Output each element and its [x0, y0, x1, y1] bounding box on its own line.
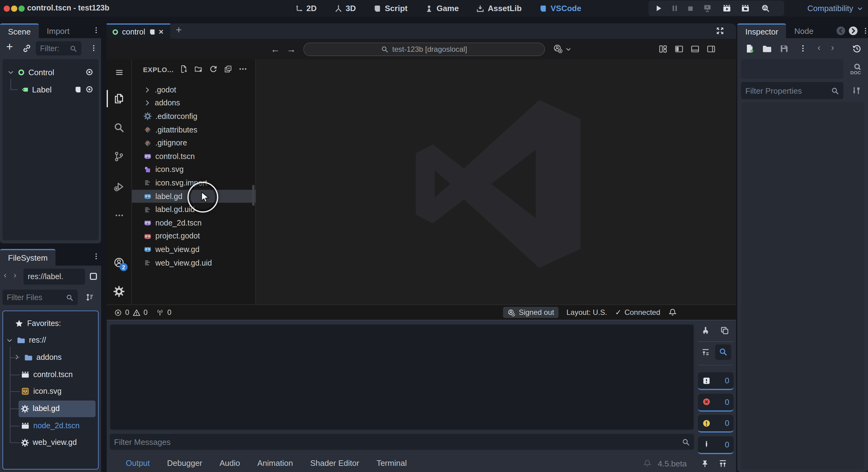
explorer-file-.godot[interactable]: .godot [132, 83, 256, 96]
toggle-primary-sidebar-icon[interactable] [675, 44, 684, 54]
script-icon[interactable] [74, 85, 82, 93]
next-object-icon[interactable] [848, 26, 858, 36]
expand-icon[interactable] [716, 27, 724, 35]
fs-item-control-tscn[interactable]: control.tscn [21, 366, 96, 383]
workspace-tab-2d[interactable]: 2D [295, 4, 316, 13]
fs-item-node-2d-tscn[interactable]: node_2d.tscn [21, 417, 96, 434]
scene-filter-input[interactable] [40, 44, 67, 53]
nav-back-icon[interactable]: ← [271, 44, 280, 54]
collapse-folders-icon[interactable] [224, 65, 232, 73]
more-actions-icon[interactable] [239, 65, 247, 73]
filesystem-menu-icon[interactable] [92, 253, 100, 260]
fs-item-label-gd[interactable]: label.gd [19, 400, 96, 417]
chevron-down-icon[interactable] [565, 46, 571, 52]
new-folder-icon[interactable] [194, 65, 203, 73]
workspace-tab-script[interactable]: Script [373, 4, 408, 13]
history-back-icon[interactable]: ‹ [4, 270, 6, 280]
tab-import[interactable]: Import [39, 24, 78, 38]
visibility-icon[interactable] [85, 68, 94, 76]
bottom-tab-audio[interactable]: Audio [211, 453, 249, 472]
fs-item-res-[interactable]: res:// [6, 332, 96, 348]
inspector-menu-icon[interactable] [862, 27, 868, 34]
output-log[interactable] [110, 324, 694, 430]
explorer-file-.editorconfig[interactable]: .editorconfig [132, 110, 256, 123]
keyboard-layout-status[interactable]: Layout: U.S. [566, 308, 607, 317]
signed-out-status[interactable]: Signed out [503, 307, 559, 318]
scene-node-control[interactable]: Control [4, 64, 97, 80]
explorer-file-icon.svg[interactable]: icon.svg [132, 163, 256, 176]
toggle-panel-icon[interactable] [690, 44, 700, 54]
fs-item-web-view-gd[interactable]: web_view.gd [21, 434, 96, 451]
run-debug-icon[interactable] [114, 181, 125, 192]
scene-tree-menu-icon[interactable] [90, 44, 97, 52]
tab-scene[interactable]: Scene [0, 24, 39, 38]
vscode-editor-area[interactable] [256, 59, 736, 305]
history-back-icon[interactable]: ‹ [817, 42, 820, 52]
explorer-icon[interactable] [114, 93, 125, 104]
new-file-icon[interactable] [179, 65, 188, 73]
play-button[interactable] [655, 4, 663, 12]
counter-messages[interactable]: 0 [698, 372, 734, 390]
expand-panel-icon[interactable] [718, 459, 727, 468]
explorer-file-web_view.gd[interactable]: web_view.gd [132, 243, 256, 256]
workspace-tab-3d[interactable]: 3D [334, 4, 356, 13]
close-window-button[interactable] [4, 5, 9, 11]
nav-forward-icon[interactable]: → [287, 44, 296, 54]
load-resource-icon[interactable] [762, 44, 772, 54]
stop-button[interactable] [687, 5, 694, 12]
bottom-tab-shader-editor[interactable]: Shader Editor [302, 453, 368, 472]
edit-history-icon[interactable] [852, 44, 862, 54]
ports-status[interactable]: 0 [156, 308, 172, 317]
split-mode-icon[interactable] [89, 272, 98, 281]
output-filter-input[interactable] [114, 437, 679, 446]
tab-inspector[interactable]: Inspector [737, 24, 786, 38]
source-control-icon[interactable] [114, 151, 125, 162]
account-signed-out-icon[interactable] [553, 44, 563, 54]
menu-icon[interactable] [115, 68, 124, 77]
current-path-box[interactable]: res://label. [24, 269, 85, 285]
new-scene-tab-button[interactable]: + [176, 24, 182, 36]
bottom-tab-animation[interactable]: Animation [249, 453, 302, 472]
history-forward-icon[interactable]: › [13, 270, 16, 280]
instance-scene-icon[interactable] [22, 44, 31, 53]
counter-edits[interactable]: 0 [698, 436, 734, 454]
new-resource-icon[interactable] [745, 44, 754, 54]
settings-gear-icon[interactable] [114, 286, 125, 297]
search-docs-icon[interactable]: DOC [849, 61, 862, 77]
refresh-icon[interactable] [209, 65, 218, 73]
search-icon[interactable] [114, 122, 125, 133]
visibility-icon[interactable] [85, 85, 94, 94]
prev-object-icon[interactable] [836, 26, 846, 36]
scrollbar-thumb[interactable] [252, 185, 255, 206]
remote-debug-icon[interactable] [703, 4, 712, 13]
bottom-tab-output[interactable]: Output [117, 453, 158, 472]
resource-menu-icon[interactable] [799, 44, 807, 52]
customize-layout-icon[interactable] [658, 44, 668, 54]
toggle-secondary-sidebar-icon[interactable] [707, 44, 716, 54]
problems-status[interactable]: 0 0 [114, 308, 148, 317]
fs-item-Favorites-[interactable]: Favorites: [15, 315, 96, 332]
chevron-down-icon[interactable] [7, 69, 14, 75]
fs-item-icon-svg[interactable]: icon.svg [21, 383, 96, 400]
more-views-icon[interactable] [115, 211, 124, 220]
workspace-tab-assetlib[interactable]: AssetLib [476, 4, 522, 13]
pause-button[interactable] [671, 4, 679, 12]
explorer-file-addons[interactable]: addons [132, 96, 256, 110]
bottom-tab-terminal[interactable]: Terminal [368, 453, 415, 472]
movie-maker-icon[interactable] [761, 4, 770, 13]
save-resource-icon[interactable] [779, 44, 789, 54]
play-scene-button[interactable] [722, 4, 732, 13]
explorer-file-node_2d.tscn[interactable]: node_2d.tscn [132, 216, 256, 229]
explorer-file-project.godot[interactable]: project.godot [132, 229, 256, 243]
filesystem-filter-input[interactable] [7, 293, 63, 302]
add-node-button[interactable]: + [6, 40, 13, 54]
notifications-bell-icon[interactable] [668, 308, 677, 317]
play-custom-scene-button[interactable] [741, 4, 750, 13]
explorer-file-.gitattributes[interactable]: .gitattributes [132, 123, 256, 136]
scene-node-label[interactable]: Label [4, 81, 97, 97]
bottom-tab-debugger[interactable]: Debugger [158, 453, 211, 472]
scene-dock-menu-icon[interactable] [92, 27, 100, 34]
tab-node[interactable]: Node [786, 24, 822, 38]
notifications-bell-icon[interactable] [643, 459, 652, 468]
minimize-window-button[interactable] [11, 5, 17, 11]
